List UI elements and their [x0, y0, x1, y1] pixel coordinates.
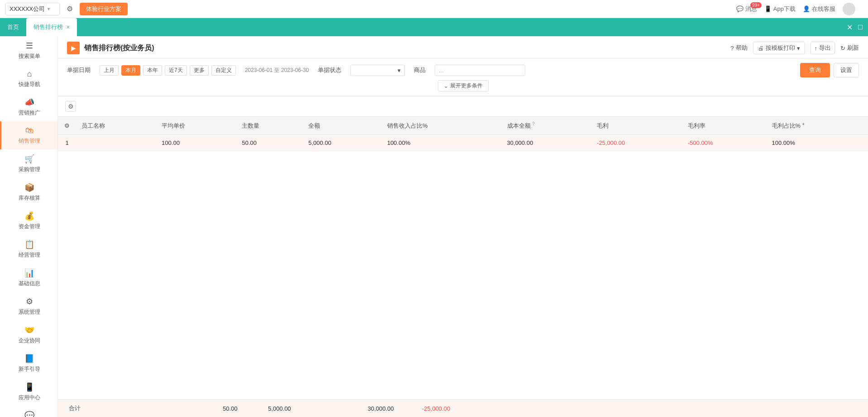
cell-qty: 50.00 — [236, 135, 303, 151]
notifications-badge: 99+ — [750, 2, 762, 8]
online-support-button[interactable]: 👤 在线客服 — [803, 5, 835, 13]
footer-gross-profit: -25,000.00 — [417, 405, 466, 412]
help-label: 帮助 — [736, 44, 748, 52]
company-select[interactable]: XXXXXX公司 ▾ — [5, 3, 60, 15]
page-title: 销售排行榜(按业务员) — [84, 43, 154, 53]
collapse-arrow-button[interactable]: ▶ — [67, 42, 80, 54]
rankings-table: ⚙ 员工名称 平均单价 主数量 全额 销售收入占比% 成本全额 ? 毛利 毛利率… — [58, 117, 868, 151]
sidebar-item-inventory-label: 库存核算 — [19, 194, 40, 202]
main-layout: ☰ 搜索菜单 ⌂ 快捷导航 📣 营销推广 🛍 销售管理 🛒 采购管理 📦 库存核… — [0, 36, 868, 417]
sidebar-item-search-label: 搜索菜单 — [19, 53, 40, 60]
cell-name — [76, 135, 156, 151]
help-button[interactable]: ? 帮助 — [730, 44, 747, 52]
app-download-button[interactable]: 📱 App下载 — [764, 5, 796, 13]
date-btn-more[interactable]: 更多 — [190, 65, 209, 76]
table-settings-icon[interactable]: ⚙ — [65, 101, 76, 112]
cell-avg-price: 100.00 — [156, 135, 236, 151]
tab-home[interactable]: 首页 — [0, 18, 26, 36]
sidebar-item-purchase[interactable]: 🛒 采购管理 — [0, 149, 58, 178]
cell-gross-pct: 100.00% — [767, 135, 868, 151]
search-menu-icon: ☰ — [26, 41, 33, 51]
settings-button[interactable]: 设置 — [834, 63, 859, 77]
sidebar-item-system[interactable]: ⚙ 系统管理 — [0, 292, 58, 321]
cell-rank: 1 — [58, 135, 76, 151]
footer-qty: 50.00 — [217, 405, 263, 412]
date-btn-this-month[interactable]: 本月 — [121, 65, 140, 76]
tab-sales-ranking[interactable]: 销售排行榜 × — [26, 18, 77, 36]
online-support-label: 在线客服 — [812, 5, 835, 13]
tab-sales-ranking-label: 销售排行榜 — [34, 23, 63, 31]
cell-amount: 5,000.00 — [303, 135, 382, 151]
query-button[interactable]: 查询 — [800, 63, 830, 77]
date-btn-last-month[interactable]: 上月 — [100, 65, 119, 76]
col-name: 员工名称 — [76, 117, 156, 135]
sidebar-item-quicknav-label: 快捷导航 — [19, 81, 40, 88]
sidebar-item-marketing[interactable]: 📣 营销推广 — [0, 93, 58, 121]
table-footer: 合计 50.00 5,000.00 30,000.00 -25,000.00 — [58, 399, 868, 417]
industry-button[interactable]: 体验行业方案 — [80, 3, 128, 15]
tab-close-icon[interactable]: × — [67, 24, 70, 30]
col-qty: 主数量 — [236, 117, 303, 135]
sidebar-item-purchase-label: 采购管理 — [19, 166, 40, 173]
sidebar-item-guide-label: 新手引导 — [19, 365, 40, 373]
apps-icon: 📱 — [24, 382, 34, 392]
sidebar-item-marketing-label: 营销推广 — [19, 109, 40, 117]
notifications-button[interactable]: 💬 消息 99+ — [736, 5, 757, 13]
company-name: XXXXXX公司 — [10, 5, 45, 13]
avatar[interactable] — [843, 3, 855, 15]
app-icon: 📱 — [764, 5, 772, 12]
col-sales-pct: 销售收入占比% — [382, 117, 502, 135]
date-filters: 上月 本月 本年 近7天 更多 自定义 — [100, 65, 236, 76]
date-btn-this-year[interactable]: 本年 — [143, 65, 162, 76]
expand-icon: ⌄ — [444, 83, 448, 89]
template-print-button[interactable]: 🖨 按模板打印 ▾ — [753, 42, 805, 54]
cell-sales-pct: 100.00% — [382, 135, 502, 151]
goods-input[interactable]: ... — [435, 65, 525, 76]
date-range-display: 2023-06-01 至 2023-06-30 — [245, 67, 309, 74]
cell-gross-profit: -25,000.00 — [591, 135, 682, 151]
settings-icon[interactable]: ⚙ — [63, 3, 76, 15]
sidebar-item-collab[interactable]: 🤝 企业协同 — [0, 321, 58, 349]
refresh-label: 刷新 — [847, 44, 859, 52]
sidebar-item-basics[interactable]: 📊 基础信息 — [0, 264, 58, 292]
sidebar-item-sales[interactable]: 🛍 销售管理 — [0, 121, 58, 149]
app-download-label: App下载 — [773, 5, 796, 13]
export-button[interactable]: ↑ 导出 — [810, 42, 835, 54]
col-cost-amount: 成本全额 ? — [502, 117, 592, 135]
goods-label: 商品 — [414, 66, 426, 74]
date-btn-7days[interactable]: 近7天 — [165, 65, 187, 76]
sidebar-item-wechat[interactable]: 💬 企业微信 — [0, 406, 58, 417]
print-chevron-icon: ▾ — [797, 45, 800, 52]
sidebar-item-apps[interactable]: 📱 应用中心 — [0, 378, 58, 406]
table-header: ⚙ 员工名称 平均单价 主数量 全额 销售收入占比% 成本全额 ? 毛利 毛利率… — [58, 117, 868, 135]
col-amount: 全额 — [303, 117, 382, 135]
cell-gross-margin: -500.00% — [682, 135, 767, 151]
footer-amount: 5,000.00 — [263, 405, 308, 412]
window-max-icon[interactable]: □ — [858, 23, 863, 31]
page-actions: ? 帮助 🖨 按模板打印 ▾ ↑ 导出 ↻ 刷新 — [730, 42, 859, 54]
sidebar-item-operations[interactable]: 📋 经营管理 — [0, 235, 58, 264]
status-select[interactable]: ▾ — [350, 65, 405, 76]
sidebar-item-finance[interactable]: 💰 资金管理 — [0, 206, 58, 235]
date-label: 单据日期 — [67, 66, 91, 74]
date-btn-custom[interactable]: 自定义 — [211, 65, 236, 76]
refresh-icon: ↻ — [840, 45, 845, 52]
sidebar-item-inventory[interactable]: 📦 库存核算 — [0, 178, 58, 206]
export-label: 导出 — [819, 44, 831, 52]
expand-more-button[interactable]: ⌄ 展开更多条件 — [438, 80, 489, 91]
sidebar-item-guide[interactable]: 📘 新手引导 — [0, 349, 58, 378]
sidebar-item-basics-label: 基础信息 — [19, 280, 40, 288]
table-toolbar: ⚙ — [58, 96, 868, 117]
company-chevron-icon: ▾ — [48, 6, 50, 11]
window-close-icon[interactable]: ✕ — [847, 23, 853, 32]
sidebar-item-collab-label: 企业协同 — [19, 337, 40, 345]
refresh-button[interactable]: ↻ 刷新 — [840, 44, 859, 52]
sidebar-item-search[interactable]: ☰ 搜索菜单 — [0, 36, 58, 65]
marketing-icon: 📣 — [24, 97, 34, 107]
table-section: ⚙ ⚙ 员工名称 平均单价 主数量 全额 销售收入占比% 成本全额 ? — [58, 96, 868, 417]
sidebar-item-quicknav[interactable]: ⌂ 快捷导航 — [0, 65, 58, 93]
collab-icon: 🤝 — [24, 325, 34, 335]
filter-row: 单据日期 上月 本月 本年 近7天 更多 自定义 2023-06-01 至 20… — [67, 63, 859, 77]
message-icon: 💬 — [736, 5, 743, 12]
export-icon: ↑ — [815, 45, 818, 52]
